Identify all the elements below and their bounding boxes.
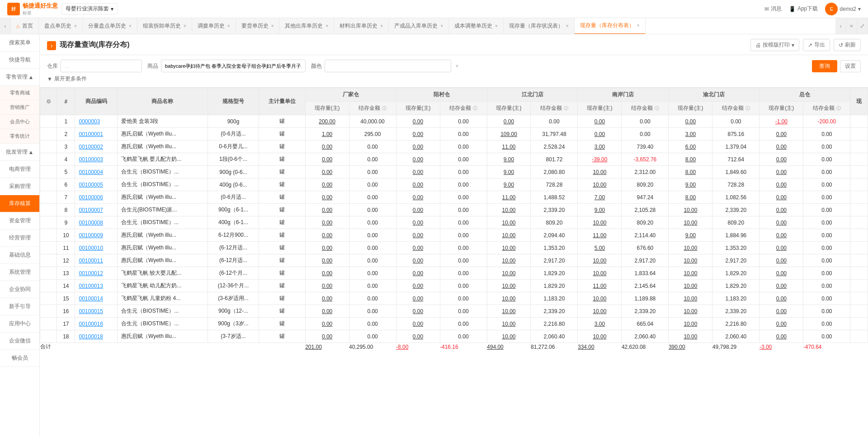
- row-c3-qty[interactable]: 10.00: [487, 318, 531, 330]
- sidebar-item-member2[interactable]: 畅会员: [0, 350, 39, 367]
- row-c5-qty[interactable]: 10.00: [669, 280, 712, 292]
- row-c1-qty[interactable]: 0.00: [305, 141, 349, 153]
- sidebar-item-marketing[interactable]: 营销推广: [0, 100, 39, 115]
- sidebar-item-search[interactable]: 搜索英单: [0, 34, 39, 52]
- row-c1-qty[interactable]: 0.00: [305, 178, 349, 191]
- row-c4-qty[interactable]: 5.00: [578, 242, 622, 254]
- row-c4-qty[interactable]: 10.00: [578, 267, 622, 280]
- row-total-qty[interactable]: 0.00: [760, 318, 803, 330]
- info-icon[interactable]: ⓘ: [655, 106, 659, 111]
- row-c5-qty[interactable]: 8.00: [669, 191, 712, 204]
- row-c1-qty[interactable]: 1.00: [305, 128, 349, 141]
- row-c2-qty[interactable]: 0.00: [396, 305, 440, 318]
- app-download-btn[interactable]: 📱 App下载: [789, 5, 818, 13]
- tab-close-icon[interactable]: ×: [440, 23, 443, 28]
- tab-close-icon[interactable]: ×: [380, 23, 383, 28]
- row-total-qty[interactable]: 0.00: [760, 141, 803, 153]
- sidebar-toggle-btn[interactable]: ›: [47, 41, 56, 50]
- tab-other-out[interactable]: 其他出库单历史 ×: [279, 18, 334, 34]
- row-c5-qty[interactable]: 10.00: [669, 204, 712, 216]
- row-c4-qty[interactable]: 0.00: [578, 115, 622, 128]
- summary-c1-qty[interactable]: 201.00: [305, 343, 349, 351]
- row-c5-qty[interactable]: 10.00: [669, 267, 712, 280]
- summary-total-qty[interactable]: -3.00: [760, 343, 803, 351]
- tab-assembly[interactable]: 组装拆卸单历史 ×: [137, 18, 192, 34]
- row-total-qty[interactable]: 0.00: [760, 204, 803, 216]
- tab-close-icon[interactable]: ×: [637, 23, 640, 28]
- sidebar-item-collab[interactable]: 企业协同: [0, 281, 39, 298]
- row-c3-qty[interactable]: 10.00: [487, 330, 531, 343]
- tab-close-icon[interactable]: ×: [495, 23, 498, 28]
- row-c5-qty[interactable]: 8.00: [669, 153, 712, 166]
- sidebar-item-purchase[interactable]: 采购管理: [0, 178, 39, 195]
- row-total-qty[interactable]: 0.00: [760, 229, 803, 242]
- tab-close-icon[interactable]: ×: [227, 23, 230, 28]
- sidebar-item-apps[interactable]: 应用中心: [0, 315, 39, 333]
- row-total-qty[interactable]: 0.00: [760, 153, 803, 166]
- sidebar-item-inventory[interactable]: 库存核算: [0, 195, 39, 212]
- row-c2-qty[interactable]: 0.00: [396, 178, 440, 191]
- row-c1-qty[interactable]: 0.00: [305, 305, 349, 318]
- tab-subcheck[interactable]: 分量盘点单历史 ×: [83, 18, 137, 34]
- row-c4-qty[interactable]: 9.00: [578, 204, 622, 216]
- row-total-qty[interactable]: 0.00: [760, 330, 803, 343]
- row-c5-qty[interactable]: 0.00: [669, 115, 712, 128]
- print-btn[interactable]: 🖨 按模版打印 ▾: [750, 39, 799, 51]
- row-total-qty[interactable]: 0.00: [760, 166, 803, 178]
- row-c1-qty[interactable]: 0.00: [305, 166, 349, 178]
- row-c4-qty[interactable]: 7.00: [578, 191, 622, 204]
- row-c5-qty[interactable]: 10.00: [669, 216, 712, 229]
- tab-product-in[interactable]: 产成品入库单历史 ×: [389, 18, 449, 34]
- row-c5-qty[interactable]: 9.00: [669, 229, 712, 242]
- sidebar-item-retail-shop[interactable]: 零售商城: [0, 86, 39, 100]
- tab-material-out[interactable]: 材料出库单历史 ×: [334, 18, 389, 34]
- row-c1-qty[interactable]: 0.00: [305, 204, 349, 216]
- row-c1-qty[interactable]: 0.00: [305, 191, 349, 204]
- sidebar-item-wechat[interactable]: 企业微信: [0, 333, 39, 350]
- row-total-qty[interactable]: -1.00: [760, 115, 803, 128]
- sidebar-item-finance[interactable]: 资金管理: [0, 212, 39, 230]
- row-code[interactable]: 00100011: [75, 254, 117, 267]
- summary-c2-qty[interactable]: -8.00: [396, 343, 440, 351]
- sidebar-item-guide[interactable]: 新手引导: [0, 298, 39, 315]
- row-c4-qty[interactable]: 10.00: [578, 166, 622, 178]
- sidebar-item-retail[interactable]: 零售管理 ▲: [0, 69, 39, 86]
- info-icon[interactable]: ⓘ: [473, 106, 477, 111]
- row-c3-qty[interactable]: 11.00: [487, 141, 531, 153]
- tab-close-icon[interactable]: ×: [184, 23, 186, 28]
- row-total-qty[interactable]: 0.00: [760, 242, 803, 254]
- sidebar-item-operation[interactable]: 经营管理: [0, 230, 39, 247]
- row-c3-qty[interactable]: 10.00: [487, 254, 531, 267]
- row-total-qty[interactable]: 0.00: [760, 128, 803, 141]
- row-c1-qty[interactable]: 0.00: [305, 153, 349, 166]
- info-icon[interactable]: ⓘ: [382, 106, 387, 111]
- row-c4-qty[interactable]: 11.00: [578, 280, 622, 292]
- sidebar-item-nav[interactable]: 快捷导航: [0, 52, 39, 69]
- tab-requisition[interactable]: 要货单历史 ×: [236, 18, 280, 34]
- row-c3-qty[interactable]: 10.00: [487, 204, 531, 216]
- row-c5-qty[interactable]: 10.00: [669, 254, 712, 267]
- row-c3-qty[interactable]: 10.00: [487, 267, 531, 280]
- row-code[interactable]: 00100015: [75, 305, 117, 318]
- summary-c4-qty[interactable]: 334.00: [578, 343, 622, 351]
- row-c2-qty[interactable]: 0.00: [396, 216, 440, 229]
- tab-next-btn[interactable]: ›: [835, 18, 846, 34]
- setting-btn[interactable]: 设置: [840, 60, 861, 72]
- row-c3-qty[interactable]: 9.00: [487, 178, 531, 191]
- row-c5-qty[interactable]: 10.00: [669, 330, 712, 343]
- row-total-qty[interactable]: 0.00: [760, 191, 803, 204]
- row-c2-qty[interactable]: 0.00: [396, 242, 440, 254]
- row-c2-qty[interactable]: 0.00: [396, 292, 440, 305]
- row-c4-qty[interactable]: 10.00: [578, 254, 622, 267]
- tab-stock-status[interactable]: 现存量（库存状况表） ×: [504, 18, 575, 34]
- row-c3-qty[interactable]: 10.00: [487, 280, 531, 292]
- row-c5-qty[interactable]: 10.00: [669, 318, 712, 330]
- query-btn[interactable]: 查询: [812, 60, 837, 72]
- row-code[interactable]: 00100001: [75, 128, 117, 141]
- row-c3-qty[interactable]: 9.00: [487, 153, 531, 166]
- sidebar-item-ecommerce[interactable]: 电商管理: [0, 161, 39, 178]
- row-c2-qty[interactable]: 0.00: [396, 204, 440, 216]
- row-code[interactable]: 00100003: [75, 153, 117, 166]
- row-c3-qty[interactable]: 10.00: [487, 305, 531, 318]
- row-c2-qty[interactable]: 0.00: [396, 166, 440, 178]
